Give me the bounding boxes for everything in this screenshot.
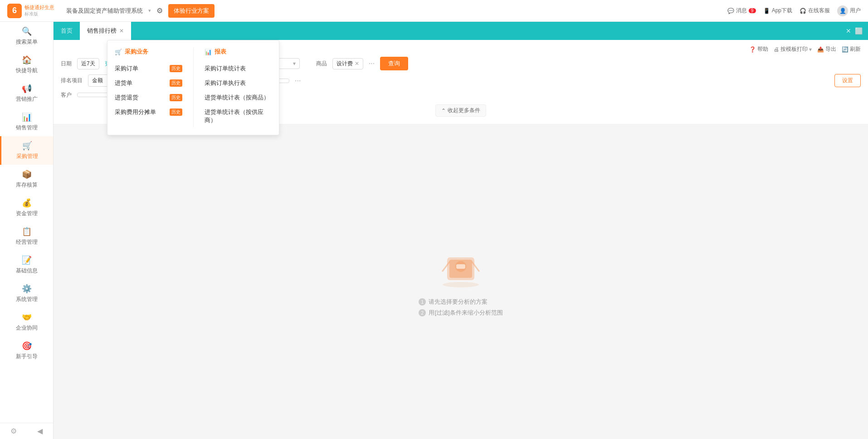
logo-edition: 标准版	[24, 11, 54, 17]
tab-sales-rank[interactable]: 销售排行榜 ✕	[80, 22, 131, 40]
menu-item-expense[interactable]: 采购费用分摊单 历史	[115, 105, 182, 119]
sidebar-label-search: 搜索菜单	[16, 38, 38, 46]
main-layout: 🔍 搜索菜单 🏠 快捷导航 📢 营销推广 📊 销售管理 🛒 采购管理 📦 库存核…	[0, 22, 868, 439]
goods-close-icon[interactable]: ✕	[355, 60, 359, 67]
menu-item-incoming[interactable]: 进货单 历史	[115, 76, 182, 90]
collapse-btn[interactable]: ⌃ 收起更多条件	[435, 104, 486, 117]
menu-item-incoming-supplier[interactable]: 进货单统计表（按供应商）	[205, 105, 272, 128]
help-label: 帮助	[757, 45, 768, 53]
search-icon: 🔍	[22, 26, 32, 36]
industry-btn[interactable]: 体验行业方案	[168, 4, 215, 18]
refresh-icon: 🔄	[842, 46, 848, 53]
goods-tag[interactable]: 设计费 ✕	[332, 58, 363, 69]
sidebar-item-marketing[interactable]: 📢 营销推广	[0, 79, 53, 108]
app-download-btn[interactable]: 📱 App下载	[763, 7, 792, 15]
sidebar-label-enterprise: 企业协同	[16, 324, 38, 332]
messages-btn[interactable]: 💬 消息 9	[727, 7, 756, 15]
app-download-label: App下载	[772, 7, 792, 15]
avatar: 👤	[837, 5, 848, 16]
svg-rect-4	[456, 264, 465, 269]
settings-icon[interactable]: ⚙	[156, 6, 163, 15]
close-window-icon[interactable]: ✕	[846, 27, 851, 35]
incoming-label: 进货单	[115, 79, 132, 87]
query-btn[interactable]: 查询	[380, 57, 408, 70]
help-btn[interactable]: ❓ 帮助	[749, 45, 768, 53]
empty-state: 1 请先选择要分析的方案 2 用[过滤]条件来缩小分析范围	[54, 124, 868, 439]
export-icon: 📤	[817, 46, 824, 53]
purchase-icon: 🛒	[22, 141, 32, 151]
tab-sales-rank-label: 销售排行榜	[87, 27, 117, 35]
online-service-label: 在线客服	[808, 7, 830, 15]
tab-home-label: 首页	[61, 27, 73, 35]
menu-item-order-stat[interactable]: 采购订单统计表	[205, 61, 272, 76]
report-section: 📊 报表 采购订单统计表 采购订单执行表 进货单统计表（按商品） 进货单统计表（…	[205, 48, 272, 128]
sidebar-item-guide[interactable]: 🎯 新手引导	[0, 336, 53, 365]
salesman-more-icon[interactable]: ···	[295, 77, 301, 85]
print-btn[interactable]: 🖨 按模板打印 ▾	[774, 45, 812, 53]
message-icon: 💬	[727, 8, 734, 14]
sidebar-item-operations[interactable]: 📋 经营管理	[0, 222, 53, 251]
goods-more-icon[interactable]: ···	[369, 59, 375, 68]
return-history[interactable]: 历史	[170, 94, 182, 101]
sidebar-settings-btn[interactable]: ⚙	[10, 427, 17, 435]
svg-point-0	[443, 282, 479, 287]
expense-label: 采购费用分摊单	[115, 108, 156, 116]
report-section-label: 报表	[215, 48, 226, 56]
user-btn[interactable]: 👤 用户	[837, 5, 861, 16]
logo-brand: 畅捷通好生意	[24, 4, 54, 10]
export-btn[interactable]: 📤 导出	[817, 45, 836, 53]
expense-history[interactable]: 历史	[170, 109, 182, 116]
tab-home[interactable]: 首页	[54, 22, 80, 40]
purchase-dropdown-menu: 🛒 采购业务 采购订单 历史 进货单 历史 进货退货 历史 采购费用分摊单	[107, 40, 279, 135]
sidebar-item-purchase[interactable]: 🛒 采购管理	[0, 136, 53, 165]
incoming-supplier-label: 进货单统计表（按供应商）	[205, 108, 272, 124]
tab-close-icon[interactable]: ✕	[119, 28, 124, 34]
online-service-btn[interactable]: 🎧 在线客服	[800, 7, 830, 15]
menu-item-purchase-order[interactable]: 采购订单 历史	[115, 61, 182, 76]
home-icon: 🏠	[22, 55, 32, 65]
report-section-icon: 📊	[205, 49, 212, 55]
sidebar-item-system[interactable]: ⚙️ 系统管理	[0, 279, 53, 308]
sidebar-item-sales[interactable]: 📊 销售管理	[0, 108, 53, 136]
menu-item-incoming-goods[interactable]: 进货单统计表（按商品）	[205, 90, 272, 105]
dropdown-arrow-icon[interactable]: ▾	[148, 8, 151, 14]
customer-label: 客户	[61, 91, 72, 99]
print-dropdown-icon: ▾	[809, 46, 812, 53]
sidebar-item-basic[interactable]: 📝 基础信息	[0, 251, 53, 279]
sidebar-item-inventory[interactable]: 📦 库存核算	[0, 165, 53, 193]
sidebar: 🔍 搜索菜单 🏠 快捷导航 📢 营销推广 📊 销售管理 🛒 采购管理 📦 库存核…	[0, 22, 54, 439]
menu-item-return[interactable]: 进货退货 历史	[115, 90, 182, 105]
system-icon: ⚙️	[22, 284, 32, 294]
headset-icon: 🎧	[800, 8, 806, 14]
print-icon: 🖨	[774, 46, 779, 53]
sidebar-label-capital: 资金管理	[16, 210, 38, 217]
system-name: 装备及固定资产辅助管理系统	[66, 7, 143, 15]
operations-icon: 📋	[22, 227, 32, 237]
sidebar-item-search[interactable]: 🔍 搜索菜单	[0, 22, 53, 50]
date-preset-tag[interactable]: 近7天	[77, 58, 99, 69]
purchase-section-icon: 🛒	[115, 49, 122, 55]
date-preset-label: 近7天	[81, 60, 95, 68]
incoming-history[interactable]: 历史	[170, 79, 182, 87]
messages-label: 消息	[736, 7, 747, 15]
basic-icon: 📝	[22, 255, 32, 265]
setting-btn[interactable]: 设置	[834, 74, 861, 87]
maximize-icon[interactable]: ⬜	[855, 27, 863, 35]
return-label: 进货退货	[115, 94, 138, 102]
marketing-icon: 📢	[22, 84, 32, 94]
sidebar-bottom: ⚙ ◀	[0, 423, 53, 439]
sidebar-item-enterprise[interactable]: 🤝 企业协同	[0, 308, 53, 336]
date-label: 日期	[61, 60, 72, 68]
refresh-btn[interactable]: 🔄 刷新	[842, 45, 861, 53]
purchase-section: 🛒 采购业务 采购订单 历史 进货单 历史 进货退货 历史 采购费用分摊单	[115, 48, 182, 128]
tip-num-1: 1	[419, 298, 426, 306]
voucher-status-arrow: ▾	[293, 60, 296, 67]
sidebar-item-capital[interactable]: 💰 资金管理	[0, 193, 53, 222]
sidebar-collapse-btn[interactable]: ◀	[37, 427, 43, 435]
messages-badge: 9	[749, 8, 756, 13]
purchase-order-history[interactable]: 历史	[170, 65, 182, 72]
empty-illustration	[434, 244, 488, 291]
export-label: 导出	[825, 45, 836, 53]
sidebar-item-quicknav[interactable]: 🏠 快捷导航	[0, 50, 53, 79]
menu-item-order-exec[interactable]: 采购订单执行表	[205, 76, 272, 90]
